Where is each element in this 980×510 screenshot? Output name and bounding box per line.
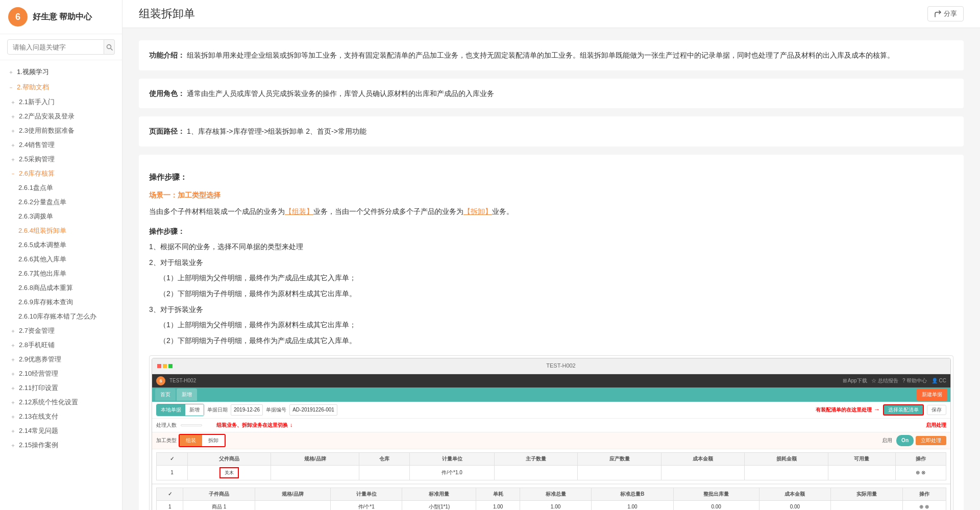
step3-heading: 3、对于拆装业务 [149, 303, 953, 317]
sidebar-item-2-6-3[interactable]: 2.6.3调拨单 [0, 209, 122, 224]
plus-icon-2-1: ＋ [10, 99, 16, 106]
col-qty: 计量单位 [410, 452, 494, 465]
logo-icon: 6 [8, 7, 28, 27]
col-loss: 损耗金额 [745, 452, 828, 465]
sidebar-item-2-9[interactable]: ＋ 2.9优惠券管理 [0, 352, 122, 367]
inner-subtable-area: ✓ 子件商品 规格/品牌 计量单位 标准用量 单耗 标准总量 标准总量B 整批出 [152, 483, 950, 510]
plus-icon: ＋ [8, 68, 14, 76]
sidebar: 6 好生意 帮助中心 ＋ 1.视频学习 － 2.帮助文档 ＋ 2.1新手入门 [0, 0, 122, 510]
func-intro-block: 功能介绍： 组装拆卸单用来处理企业组装或拆卸等加工业务，支持有固定装配清单的产品… [139, 40, 964, 70]
plus-icon-2-3: ＋ [10, 127, 16, 135]
main-header: 组装拆卸单 分享 [122, 0, 980, 28]
sidebar-item-2-3[interactable]: ＋ 2.3使用前数据准备 [0, 124, 122, 138]
col-unit: 仓库 [359, 452, 409, 465]
plus-icon-2-5: ＋ [10, 156, 16, 163]
step2-2: （2）下部明细为子件明细，最终作为原材料生成其它出库单。 [159, 287, 953, 301]
mock-browser: TEST-H002 6 TEST-H002 ⊞ App下载 ☆ 总结报告 ? 帮… [152, 358, 951, 510]
inner-type-toggle: 组装 拆卸 [179, 434, 226, 447]
sidebar-item-2-10[interactable]: ＋ 2.10经营管理 [0, 367, 122, 381]
inner-parent-table: ✓ 父件商品 规格/品牌 仓库 计量单位 主子数量 应产数量 成本金额 损耗金额 [156, 452, 946, 480]
nav-tree: ＋ 1.视频学习 － 2.帮助文档 ＋ 2.1新手入门 ＋ 2.2产品安装及登录… [0, 60, 122, 510]
sidebar-item-2-13[interactable]: ＋ 2.13在线支付 [0, 409, 122, 424]
plus-icon-2-14: ＋ [10, 427, 16, 435]
sidebar-item-2-6-2[interactable]: 2.6.2分量盘点单 [0, 195, 122, 209]
sidebar-item-2-15[interactable]: ＋ 2.15操作案例 [0, 438, 122, 452]
plus-icon-2-4: ＋ [10, 141, 16, 149]
sidebar-item-2-6-1[interactable]: 2.6.1盘点单 [0, 181, 122, 195]
inner-logo: 6 [156, 376, 165, 385]
inner-type-assemble: 组装 [180, 435, 202, 446]
plus-icon-2-8: ＋ [10, 342, 16, 349]
sidebar-item-2-6-8[interactable]: 2.6.8商品成本重算 [0, 281, 122, 295]
sidebar-item-2-6[interactable]: － 2.6库存核算 [0, 166, 122, 181]
share-button[interactable]: 分享 [927, 6, 964, 21]
steps-main-heading: 操作步骤： [149, 170, 953, 184]
sidebar-item-2-6-9[interactable]: 2.6.9库存账本查询 [0, 295, 122, 309]
search-icon [106, 44, 113, 51]
table-row: 1 商品 1 件/个*1 小型(1*1) 1.00 1.00 1.00 0.0 [157, 501, 946, 510]
browser-bar: TEST-H002 [152, 358, 950, 374]
inner-app: 6 TEST-H002 ⊞ App下载 ☆ 总结报告 ? 帮助中心 👤 CC 首… [152, 374, 950, 510]
scene1-heading: 场景一：加工类型选择 [149, 189, 953, 202]
sidebar-header: 6 好生意 帮助中心 [0, 0, 122, 34]
sidebar-item-2-14[interactable]: ＋ 2.14常见问题 [0, 424, 122, 438]
sidebar-item-2-6-4[interactable]: 2.6.4组装拆卸单 [0, 224, 122, 238]
step2-1: （1）上部明细为父件明细，最终作为产成品生成其它入库单； [159, 271, 953, 285]
sidebar-item-videos[interactable]: ＋ 1.视频学习 [0, 64, 122, 80]
path-block: 页面路径： 1、库存核算->库存管理->组装拆卸单 2、首页->常用功能 [139, 116, 964, 147]
inner-btn-new-order[interactable]: 新建单据 [917, 388, 947, 401]
sidebar-item-2-4[interactable]: ＋ 2.4销售管理 [0, 138, 122, 152]
sidebar-item-2-2[interactable]: ＋ 2.2产品安装及登录 [0, 109, 122, 124]
path-label: 页面路径： 1、库存核算->库存管理->组装拆卸单 2、首页->常用功能 [149, 127, 366, 135]
sidebar-item-2-6-5[interactable]: 2.6.5成本调整单 [0, 238, 122, 252]
role-block: 使用角色： 通常由生产人员或库管人员完成拆装业务的操作，库管人员确认原材料的出库… [139, 79, 964, 109]
table-row: 1 关木 件/个*1.0 [157, 465, 946, 480]
inner-btn-select-bom[interactable]: 选择装配清单 [883, 404, 924, 416]
scene1-desc: 当由多个子件材料组装成一个成品的业务为【组装】业务，当由一个父件拆分成多个子产品… [149, 205, 953, 218]
sidebar-item-2-6-10[interactable]: 2.6.10库存账本错了怎么办 [0, 309, 122, 324]
inner-btn-process[interactable]: 立即处理 [916, 436, 946, 445]
col-spec: 规格/品牌 [271, 452, 359, 465]
annotation2-text: 组装业务、拆卸业务在这里切换 [216, 421, 288, 430]
sidebar-item-help-docs[interactable]: － 2.帮助文档 [0, 80, 122, 95]
plus-icon-2-13: ＋ [10, 413, 16, 421]
inner-nav: 6 TEST-H002 ⊞ App下载 ☆ 总结报告 ? 帮助中心 👤 CC [152, 374, 950, 387]
sidebar-item-2-7[interactable]: ＋ 2.7资金管理 [0, 324, 122, 338]
sidebar-item-2-8[interactable]: ＋ 2.8手机旺铺 [0, 338, 122, 352]
inner-people-field [181, 424, 202, 426]
content-area: 功能介绍： 组装拆卸单用来处理企业组装或拆卸等加工业务，支持有固定装配清单的产品… [122, 28, 980, 510]
inner-toolbar: 本地单据 新增 单据日期 2019-12-26 单据编号 AD-20191226… [152, 402, 950, 419]
plus-icon-2-12: ＋ [10, 399, 16, 406]
plus-icon-2-9: ＋ [10, 356, 16, 363]
steps-sub-heading: 操作步骤： [149, 225, 953, 238]
logo-title: 好生意 帮助中心 [33, 12, 92, 22]
inner-tab-new: 新增 [177, 388, 197, 401]
inner-tab-toggle: 本地单据 新增 [156, 404, 204, 416]
inner-type-row: 加工类型 组装 拆卸 启用 On 立即处理 [152, 432, 950, 449]
search-button[interactable] [104, 39, 115, 55]
plus-icon-2-11: ＋ [10, 384, 16, 392]
sidebar-item-2-5[interactable]: ＋ 2.5采购管理 [0, 152, 122, 166]
plus-icon-2-2: ＋ [10, 113, 16, 120]
sidebar-item-2-6-7[interactable]: 2.6.7其他出库单 [0, 266, 122, 281]
sidebar-item-2-12[interactable]: ＋ 2.12系统个性化设置 [0, 395, 122, 409]
inner-tab-local: 本地单据 [157, 404, 185, 416]
sidebar-item-2-1[interactable]: ＋ 2.1新手入门 [0, 95, 122, 109]
inner-btn-save[interactable]: 保存 [927, 405, 946, 415]
search-input[interactable] [7, 39, 104, 55]
sidebar-item-2-11[interactable]: ＋ 2.11打印设置 [0, 381, 122, 395]
inner-type-disassemble: 拆卸 [202, 435, 225, 446]
step3-1: （1）上部明细为父件明细，最终作为原材料生成其它出库单； [159, 318, 953, 332]
col-plan-qty: 主子数量 [494, 452, 578, 465]
browser-url: TEST-H002 [177, 361, 945, 371]
minus-icon-2-6: － [10, 170, 16, 178]
sidebar-item-2-6-6[interactable]: 2.6.6其他入库单 [0, 252, 122, 266]
plus-icon-2-7: ＋ [10, 327, 16, 335]
inner-sub-table: ✓ 子件商品 规格/品牌 计量单位 标准用量 单耗 标准总量 标准总量B 整批出 [156, 488, 946, 510]
func-intro-label: 功能介绍： 组装拆卸单用来处理企业组装或拆卸等加工业务，支持有固定装配清单的产品… [149, 51, 894, 59]
inner-tab-add: 新增 [185, 404, 204, 416]
role-label: 使用角色： 通常由生产人员或库管人员完成拆装业务的操作，库管人员确认原材料的出库… [149, 89, 494, 98]
step1-text: 1、根据不同的业务，选择不同单据的类型来处理 [149, 240, 953, 254]
step3-2: （2）下部明细为子件明细，最终作为产成品生成其它入库单。 [159, 334, 953, 348]
enable-toggle[interactable]: On [896, 435, 914, 446]
